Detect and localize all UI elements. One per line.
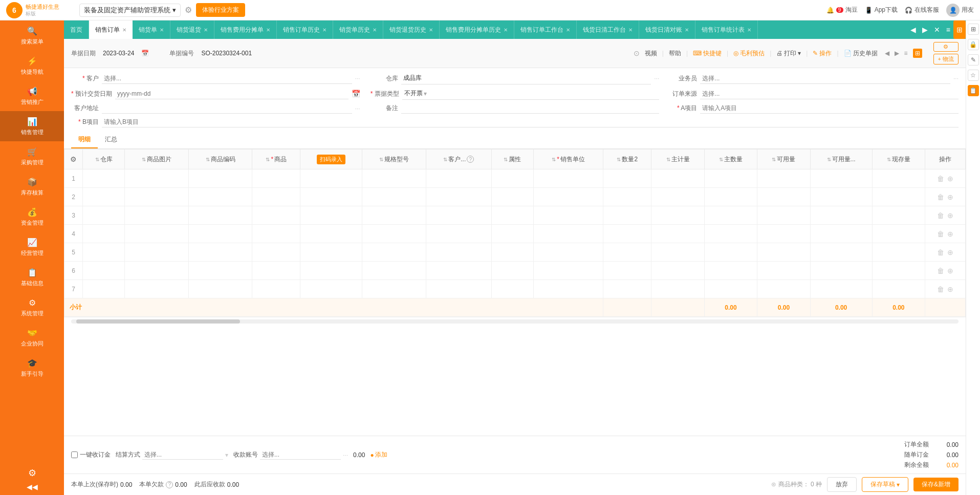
goods-count-icon[interactable]: ⊙: [771, 481, 776, 488]
quick-btn-5[interactable]: 📋: [968, 85, 979, 96]
warehouse-dots[interactable]: ···: [654, 75, 659, 82]
payment-method-input[interactable]: [142, 450, 223, 460]
user-area[interactable]: 👤 用友: [946, 4, 974, 17]
a-project-input[interactable]: [700, 103, 959, 114]
sidebar-item-marketing[interactable]: 📢 营销推广: [0, 81, 64, 111]
sort-icon5[interactable]: ⇅: [379, 157, 383, 162]
copy-icon[interactable]: ⊕: [947, 175, 953, 183]
tab-close-sales-note[interactable]: ✕: [160, 27, 164, 33]
tab-sales-expense[interactable]: 销售费用分摊单 ✕: [214, 20, 277, 39]
list-view-icon[interactable]: ≡: [904, 50, 908, 57]
tab-close-sales-note-history[interactable]: ✕: [373, 27, 377, 33]
tab-order-workbench[interactable]: 销售订单工作台 ✕: [514, 20, 577, 39]
sort-icon7[interactable]: ⇅: [504, 157, 508, 162]
delete-icon[interactable]: 🗑: [937, 230, 944, 238]
customer-dots[interactable]: ···: [355, 75, 360, 82]
sidebar-item-finance[interactable]: 💰 资金管理: [0, 202, 64, 232]
tab-sales-return[interactable]: 销货退货 ✕: [170, 20, 214, 39]
sidebar-item-guide[interactable]: 🎓 新手引导: [0, 353, 64, 383]
tab-close-cash-reconcile[interactable]: ✕: [685, 27, 689, 33]
add-btn[interactable]: ● 添加: [370, 450, 387, 459]
save-draft-dropdown-icon[interactable]: ▾: [897, 481, 900, 488]
sort-icon[interactable]: ⇅: [95, 157, 99, 162]
one-click-checkbox-label[interactable]: 一键收订金: [71, 450, 111, 459]
quick-btn-1[interactable]: ⊞: [968, 24, 979, 35]
nav-next-icon[interactable]: ▶: [895, 50, 899, 57]
sort-icon13[interactable]: ⇅: [827, 157, 831, 162]
system-dropdown[interactable]: 装备及固定资产辅助管理系统 ▾: [79, 4, 181, 17]
delete-icon[interactable]: 🗑: [937, 175, 944, 183]
tab-close-cash-workbench[interactable]: ✕: [628, 27, 633, 33]
salesman-input[interactable]: [700, 73, 950, 84]
settings-btn[interactable]: ⚙: [933, 42, 959, 52]
sort-icon14[interactable]: ⇅: [887, 157, 891, 162]
sort-icon2[interactable]: ⇅: [142, 157, 146, 162]
sort-icon6[interactable]: ⇅: [443, 157, 447, 162]
copy-icon[interactable]: ⊕: [947, 285, 953, 293]
save-draft-btn[interactable]: 保存草稿 ▾: [862, 477, 908, 492]
quick-btn-3[interactable]: ✎: [968, 54, 979, 66]
tab-close-sales-stats[interactable]: ✕: [747, 27, 751, 33]
account-dots-icon[interactable]: ···: [343, 451, 348, 459]
current-save-info-icon[interactable]: ?: [166, 481, 173, 488]
tab-close-sales-order[interactable]: ✕: [122, 27, 126, 33]
customer-input[interactable]: [102, 73, 352, 84]
sort-icon12[interactable]: ⇅: [772, 157, 776, 162]
collapse-icon[interactable]: ◀◀: [27, 483, 38, 491]
tab-sales-return-history[interactable]: 销货退货历史 ✕: [383, 20, 440, 39]
tab-sales-order-history[interactable]: 销售订单历史 ✕: [277, 20, 333, 39]
sidebar-item-basic[interactable]: 📋 基础信息: [0, 262, 64, 292]
tab-close-sales-order-history[interactable]: ✕: [322, 27, 326, 33]
tab-prev-btn[interactable]: ◀: [907, 20, 919, 39]
sort-icon9[interactable]: ⇅: [617, 157, 621, 162]
delivery-input[interactable]: [115, 89, 349, 99]
discard-btn[interactable]: 放弃: [827, 477, 857, 492]
scan-input-btn[interactable]: 扫码录入: [317, 155, 345, 164]
calendar-icon[interactable]: 📅: [352, 90, 360, 98]
copy-icon[interactable]: ⊕: [947, 211, 953, 220]
industry-btn[interactable]: 体验行业方案: [196, 3, 245, 17]
one-click-checkbox[interactable]: [71, 451, 78, 458]
sidebar-item-inventory[interactable]: 📦 库存核算: [0, 171, 64, 202]
tab-next-btn[interactable]: ▶: [919, 20, 931, 39]
view-btn[interactable]: 视频: [645, 49, 657, 58]
tab-expand-btn[interactable]: ⊞: [953, 20, 966, 39]
calendar-icon[interactable]: 📅: [141, 50, 149, 57]
settings-icon[interactable]: ⚙: [185, 5, 192, 15]
sidebar-item-search[interactable]: 🔍 搜索菜单: [0, 20, 64, 51]
account-input[interactable]: [260, 450, 341, 460]
tab-close-all-btn[interactable]: ✕: [931, 20, 943, 39]
tab-menu-btn[interactable]: ≡: [943, 20, 953, 39]
tab-sales-stats[interactable]: 销售订单统计表 ✕: [695, 20, 758, 39]
tab-close-sales-return[interactable]: ✕: [204, 27, 208, 33]
save-new-btn[interactable]: 保存&新增: [913, 478, 959, 491]
salesman-dots[interactable]: ···: [953, 75, 959, 82]
tab-sales-note-history[interactable]: 销货单历史 ✕: [333, 20, 383, 39]
tab-close-expense-history[interactable]: ✕: [504, 27, 508, 33]
customer-no-info-icon[interactable]: ?: [467, 156, 474, 163]
delete-icon[interactable]: 🗑: [937, 248, 944, 256]
copy-icon[interactable]: ⊕: [947, 230, 953, 238]
tab-cash-reconcile[interactable]: 钱货日清对账 ✕: [639, 20, 695, 39]
sidebar-item-purchase[interactable]: 🛒 采购管理: [0, 141, 64, 171]
remark-input[interactable]: [401, 103, 660, 114]
sort-icon4[interactable]: ⇅: [266, 157, 270, 162]
sort-icon10[interactable]: ⇅: [666, 157, 670, 162]
delete-icon[interactable]: 🗑: [937, 285, 944, 293]
copy-icon[interactable]: ⊕: [947, 193, 953, 201]
print-btn[interactable]: 🖨 打印 ▾: [776, 49, 801, 58]
quick-btn-4[interactable]: ☆: [968, 70, 979, 81]
help-btn[interactable]: 帮助: [669, 49, 681, 58]
logistics-btn[interactable]: + 物流: [933, 54, 959, 64]
operate-btn[interactable]: ✎ 操作: [813, 49, 832, 58]
history-btn[interactable]: 📄 历史单据: [844, 49, 878, 58]
nav-prev-icon[interactable]: ◀: [885, 50, 889, 57]
tab-detail[interactable]: 明细: [71, 132, 98, 148]
tab-home[interactable]: 首页: [64, 20, 89, 39]
tab-close-sales-return-history[interactable]: ✕: [429, 27, 433, 33]
sort-icon11[interactable]: ⇅: [719, 157, 723, 162]
tab-cash-workbench[interactable]: 钱货日清工作台 ✕: [577, 20, 639, 39]
tab-close-sales-expense[interactable]: ✕: [266, 27, 270, 33]
table-settings-btn[interactable]: ⚙: [68, 153, 79, 165]
copy-icon[interactable]: ⊕: [947, 267, 953, 275]
